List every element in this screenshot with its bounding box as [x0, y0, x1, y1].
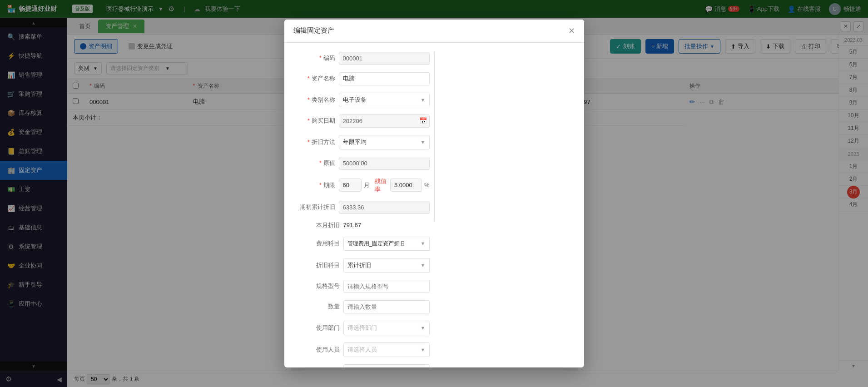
expense-account-value: 管理费用_固定资产折旧 [347, 240, 405, 248]
form-row-dep-method: * 折旧方法 年限平均 ▼ [298, 135, 430, 149]
department-placeholder: 请选择部门 [347, 324, 377, 332]
modal-close-icon[interactable]: ✕ [568, 26, 575, 36]
purchase-date-label: * 购买日期 [298, 117, 339, 125]
edit-asset-modal: 编辑固定资产 ✕ * 编码 [284, 20, 584, 368]
form-row-name: * 资产名称 [298, 72, 430, 85]
expense-account-label: 费用科目 [303, 239, 343, 248]
period-field: 月 残值率 % [339, 177, 430, 194]
department-select[interactable]: 请选择部门 ▼ [343, 321, 430, 335]
form-left-col: * 编码 * 资产名称 [293, 52, 434, 221]
personnel-arrow-icon: ▼ [421, 347, 426, 352]
period-dep-label: 期初累计折旧 [298, 203, 339, 211]
form-row-monthly-dep: 本月折旧 [303, 221, 430, 229]
form-right-col: 本月折旧 费用科目 管理费用_固定资产折旧 ▼ [293, 221, 434, 368]
form-row-dep-account: 折旧科目 累计折旧 ▼ [303, 258, 430, 273]
expense-account-arrow-icon: ▼ [421, 241, 426, 246]
monthly-dep-label: 本月折旧 [303, 221, 343, 229]
dep-account-arrow-icon: ▼ [421, 263, 426, 268]
category-value: 电子设备 [343, 96, 367, 104]
period-dep-input[interactable] [339, 201, 430, 214]
category-form-label: * 类别名称 [298, 96, 339, 104]
modal-header: 编辑固定资产 ✕ [284, 20, 584, 43]
purchase-date-input[interactable] [339, 114, 430, 128]
quantity-input[interactable] [343, 300, 430, 313]
original-value-input[interactable] [339, 157, 430, 170]
dep-account-select[interactable]: 累计折旧 ▼ [343, 258, 430, 273]
spec-input[interactable] [343, 280, 430, 293]
residual-rate-input[interactable] [390, 179, 422, 192]
modal-title: 编辑固定资产 [293, 26, 334, 35]
calendar-icon[interactable]: 📅 [419, 117, 427, 124]
form-row-personnel: 使用人员 请选择人员 ▼ [303, 342, 430, 357]
dep-method-label: * 折旧方法 [298, 138, 339, 146]
form-row-category: * 类别名称 电子设备 ▼ [298, 93, 430, 107]
personnel-select[interactable]: 请选择人员 ▼ [343, 342, 430, 357]
form-row-purchase-date: * 购买日期 📅 [298, 114, 430, 128]
personnel-placeholder: 请选择人员 [347, 346, 377, 354]
category-arrow-icon: ▼ [421, 97, 426, 103]
required-marker4: * [308, 117, 312, 124]
quantity-label: 数量 [303, 303, 343, 311]
form-row-original-value: * 原值 [298, 157, 430, 170]
monthly-dep-input [343, 222, 430, 228]
form-grid: * 编码 * 资产名称 [293, 52, 575, 368]
residual-rate-label: 残值率 [375, 177, 388, 194]
form-row-code: * 编码 [298, 52, 430, 65]
storage-input[interactable] [343, 364, 430, 368]
required-marker7: * [319, 182, 323, 189]
dep-method-arrow-icon: ▼ [421, 139, 426, 145]
residual-rate-unit: % [424, 182, 430, 189]
required-marker3: * [308, 96, 312, 103]
spec-label: 规格型号 [303, 282, 343, 290]
category-select[interactable]: 电子设备 ▼ [339, 93, 430, 107]
modal-body: * 编码 * 资产名称 [284, 43, 584, 368]
code-label: * 编码 [298, 54, 339, 62]
period-label: * 期限 [298, 181, 339, 189]
code-input[interactable] [339, 52, 430, 65]
form-row-quantity: 数量 [303, 300, 430, 313]
dep-method-select[interactable]: 年限平均 ▼ [339, 135, 430, 149]
period-input[interactable] [339, 179, 362, 192]
form-row-storage: 存放地点 [303, 364, 430, 368]
dep-account-label: 折旧科目 [303, 261, 343, 269]
required-marker6: * [319, 159, 323, 166]
storage-label: 存放地点 [303, 367, 343, 367]
name-label: * 资产名称 [298, 74, 339, 83]
original-value-label: * 原值 [298, 159, 339, 167]
dep-account-value: 累计折旧 [347, 261, 371, 269]
form-row-expense-account: 费用科目 管理费用_固定资产折旧 ▼ [303, 237, 430, 251]
form-row-period: * 期限 月 残值率 % [298, 177, 430, 194]
required-marker: * [319, 55, 323, 61]
required-marker2: * [308, 75, 312, 82]
personnel-label: 使用人员 [303, 346, 343, 354]
department-label: 使用部门 [303, 324, 343, 332]
expense-account-select[interactable]: 管理费用_固定资产折旧 ▼ [343, 237, 430, 251]
name-input[interactable] [339, 72, 430, 85]
form-row-spec: 规格型号 [303, 280, 430, 293]
form-row-period-dep: 期初累计折旧 [298, 201, 430, 214]
form-row-department: 使用部门 请选择部门 ▼ [303, 321, 430, 335]
dep-method-value: 年限平均 [343, 138, 367, 146]
department-arrow-icon: ▼ [421, 325, 426, 331]
modal-overlay: 编辑固定资产 ✕ * 编码 [0, 0, 868, 387]
form-divider [434, 52, 435, 221]
period-unit: 月 [364, 181, 370, 189]
required-marker5: * [308, 139, 312, 145]
purchase-date-field: 📅 [339, 114, 430, 128]
